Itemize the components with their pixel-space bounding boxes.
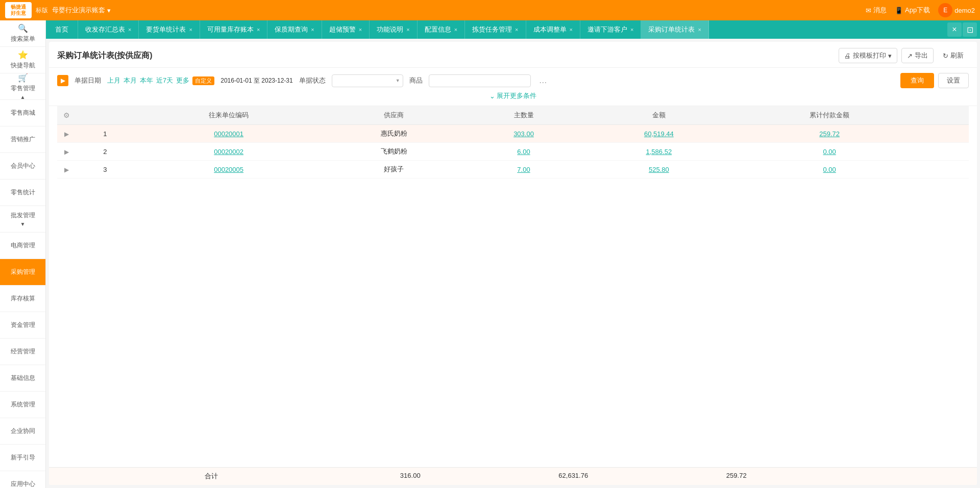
shortcut-last-month[interactable]: 上月 [107,76,120,85]
custom-date-badge[interactable]: 自定义 [192,76,214,85]
status-select-wrapper [332,74,403,87]
user-menu[interactable]: E demo2 [938,3,975,17]
tab-expiry-query-close[interactable]: × [311,27,314,33]
row-arrow[interactable]: ▶ [57,125,76,143]
sidebar-label-search: 搜索菜单 [11,35,35,43]
sidebar-item-search[interactable]: 🔍 搜索菜单 [0,20,45,47]
filter-toggle-button[interactable]: ▶ [57,75,68,86]
row-paid-amount[interactable]: 0.00 [735,161,924,178]
sidebar-label-retail-shop: 零售商城 [11,109,35,117]
print-button[interactable]: 🖨 按模板打印 ▾ [839,48,897,63]
tab-cost-adjust[interactable]: 成本调整单 × [526,20,580,39]
row-index: 2 [76,143,134,161]
status-select[interactable] [332,74,403,87]
tab-order-stats-close[interactable]: × [189,27,192,33]
filter-area: ▶ 单据日期 上月 本月 本年 近7天 更多 自定义 2016-01-01 至 … [49,68,977,106]
close-all-tabs-button[interactable]: × [947,22,962,37]
sidebar-item-inventory[interactable]: 库存核算 [0,286,45,312]
sidebar-item-member[interactable]: 会员中心 [0,153,45,179]
tab-config-info-close[interactable]: × [454,27,457,33]
sidebar-item-basics[interactable]: 基础信息 [0,365,45,392]
sidebar-item-quicknav[interactable]: ⭐ 快捷导航 [0,47,45,73]
row-main-qty[interactable]: 7.00 [464,161,583,178]
tab-func-desc-close[interactable]: × [406,27,409,33]
page-content: 采购订单统计表(按供应商) 🖨 按模板打印 ▾ ↗ 导出 ↻ 刷新 [49,42,977,485]
workspace-selector[interactable]: 母婴行业演示账套 ▾ [52,6,111,15]
tab-pick-task-close[interactable]: × [515,27,518,33]
status-filter-label: 单据状态 [299,76,326,85]
goods-filter-input[interactable] [429,74,531,87]
shortcut-more[interactable]: 更多 [176,76,189,85]
tab-config-info[interactable]: 配置信息 × [418,20,465,39]
expand-conditions-button[interactable]: ⌄ 展开更多条件 [489,91,536,100]
tab-invite-downstream[interactable]: 邀请下游客户 × [580,20,641,39]
sidebar-item-retail-stats[interactable]: 零售统计 [0,179,45,206]
sidebar-item-wholesale[interactable]: 批发管理 ▼ [0,206,45,233]
filter-row-1: ▶ 单据日期 上月 本月 本年 近7天 更多 自定义 2016-01-01 至 … [57,73,969,88]
row-amount[interactable]: 1,586.52 [583,143,735,161]
tab-receive-summary[interactable]: 收发存汇总表 × [78,20,139,39]
row-supplier-code[interactable]: 00020001 [134,125,324,143]
table-row: ▶ 2 00020002 飞鹤奶粉 6.00 1,586.52 0.00 [57,143,969,161]
tab-pick-task[interactable]: 拣货任务管理 × [465,20,526,39]
sidebar-item-finance[interactable]: 资金管理 [0,312,45,339]
sidebar-item-newbie[interactable]: 新手引导 [0,445,45,471]
tab-expiry-query[interactable]: 保质期查询 × [267,20,322,39]
sidebar-item-ecommerce[interactable]: 电商管理 [0,233,45,259]
sidebar-item-marketing[interactable]: 营销推广 [0,126,45,153]
tab-purchase-stats-close[interactable]: × [698,27,701,33]
maximize-button[interactable]: ⊡ [963,22,977,37]
row-amount[interactable]: 525.80 [583,161,735,178]
setting-button[interactable]: 设置 [938,73,969,88]
sidebar-item-collab[interactable]: 企业协同 [0,418,45,445]
row-paid-amount[interactable]: 259.72 [735,125,924,143]
app-download-button[interactable]: 📱 App下载 [895,6,930,15]
row-supplier-code[interactable]: 00020002 [134,143,324,161]
nav-tabs-end: × ⊡ [947,22,980,37]
print-icon: 🖨 [844,52,851,60]
shortcut-this-year[interactable]: 本年 [140,76,153,85]
query-button[interactable]: 查询 [900,73,934,88]
sidebar-item-purchase[interactable]: 采购管理 [0,259,45,286]
tab-purchase-stats[interactable]: 采购订单统计表 × [641,20,708,39]
goods-filter-more-button[interactable]: … [537,76,549,85]
messages-button[interactable]: ✉ 消息 [866,6,887,15]
sidebar-item-retail[interactable]: 🛒 零售管理 ▲ [0,73,45,100]
shortcut-7days[interactable]: 近7天 [156,76,173,85]
row-supplier-code[interactable]: 00020005 [134,161,324,178]
export-icon: ↗ [907,52,913,60]
tab-available-stock[interactable]: 可用量库存账本 × [200,20,267,39]
sidebar-item-operations[interactable]: 经营管理 [0,339,45,365]
tab-receive-summary-close[interactable]: × [128,27,131,33]
row-arrow[interactable]: ▶ [57,143,76,161]
row-amount[interactable]: 60,519.44 [583,125,735,143]
sidebar-item-appcenter[interactable]: 应用中心 [0,471,45,488]
print-chevron-icon: ▾ [888,52,892,60]
tab-overstock-alert-label: 超储预警 [329,25,356,34]
tab-overstock-alert-close[interactable]: × [359,27,362,33]
tab-func-desc[interactable]: 功能说明 × [370,20,417,39]
expand-icon: ▲ [20,94,26,100]
tab-available-stock-close[interactable]: × [257,27,260,33]
shortcut-this-month[interactable]: 本月 [124,76,137,85]
row-paid-amount[interactable]: 0.00 [735,143,924,161]
row-main-qty[interactable]: 6.00 [464,143,583,161]
tab-receive-summary-label: 收发存汇总表 [85,25,125,34]
message-icon: ✉ [866,7,871,14]
sidebar-item-system[interactable]: 系统管理 [0,392,45,418]
tab-func-desc-label: 功能说明 [377,25,403,34]
row-arrow[interactable]: ▶ [57,161,76,178]
goods-filter-label: 商品 [409,76,423,85]
tab-order-stats[interactable]: 要货单统计表 × [139,20,200,39]
sidebar-item-retail-shop[interactable]: 零售商城 [0,100,45,126]
export-button[interactable]: ↗ 导出 [901,48,934,63]
search-icon: 🔍 [18,23,28,33]
tab-invite-downstream-close[interactable]: × [630,27,633,33]
refresh-button[interactable]: ↻ 刷新 [938,48,969,63]
tab-cost-adjust-close[interactable]: × [570,27,573,33]
table-settings-icon[interactable]: ⚙ [63,111,70,119]
workspace-chevron-icon: ▾ [107,7,111,14]
row-main-qty[interactable]: 303.00 [464,125,583,143]
tab-home[interactable]: 首页 [46,20,78,39]
tab-overstock-alert[interactable]: 超储预警 × [322,20,370,39]
